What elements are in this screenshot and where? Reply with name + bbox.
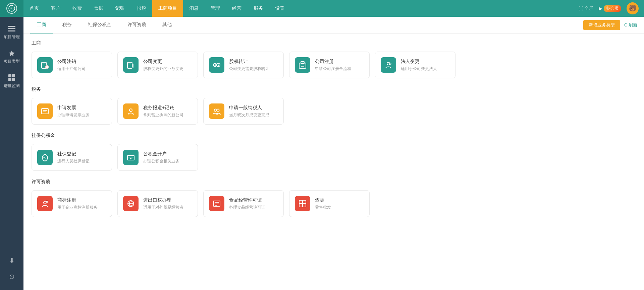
sidebar-download-btn[interactable]: ⬇ [0, 252, 23, 269]
card-desc-legal-change: 适用于公司变更法人 [401, 66, 437, 72]
card-liquor[interactable]: 酒类 零售批发 [289, 190, 370, 217]
fullscreen-btn[interactable]: ⛶ 全屏 [579, 5, 593, 11]
svg-rect-50 [299, 204, 303, 207]
card-import-export[interactable]: 进出口权办理 适用于对外贸易经营者 [117, 190, 198, 217]
nav-manage[interactable]: 管理 [205, 0, 226, 17]
card-invoice-apply[interactable]: 申请发票 办理申请发票业务 [32, 98, 112, 125]
tab-xuke[interactable]: 许可资质 [121, 17, 153, 33]
nav-settings[interactable]: 设置 [269, 0, 290, 17]
card-desc-liquor: 零售批发 [315, 205, 331, 210]
nav-bills[interactable]: 票据 [88, 0, 109, 17]
card-icon-tax-report [123, 103, 139, 119]
card-text-trademark: 商标注册 用于企业商标注册服务 [57, 197, 98, 210]
card-food-license[interactable]: 食品经营许可证 办理食品经营许可证 [203, 190, 284, 217]
card-text-food-license: 食品经营许可证 办理食品经营许可证 [229, 197, 265, 210]
card-desc-tax-report: 拿到营业执照的新公司 [143, 112, 183, 118]
card-icon-equity-transfer: ¥ ¥ [209, 57, 224, 73]
svg-rect-6 [8, 78, 11, 81]
card-text-legal-change: 法人变更 适用于公司变更法人 [401, 59, 437, 72]
svg-rect-7 [12, 78, 15, 81]
svg-text:¥: ¥ [214, 63, 216, 67]
scroll-content[interactable]: 工商 公司注销 [23, 33, 644, 290]
card-company-cancel[interactable]: 公司注销 适用于注销公司 [32, 52, 112, 78]
card-name-company-register: 公司注册 [315, 59, 351, 65]
card-text-company-cancel: 公司注销 适用于注销公司 [57, 59, 86, 72]
svg-point-32 [217, 109, 219, 112]
nav-accounting[interactable]: 记账 [109, 0, 131, 17]
card-equity-transfer[interactable]: ¥ ¥ 股权转让 公司变更需要股权转让 [203, 52, 284, 78]
vip-btn[interactable]: ▶ 畅会员 [599, 5, 621, 12]
card-name-general-taxpayer: 申请一般纳税人 [229, 105, 269, 111]
logo[interactable] [0, 0, 23, 17]
svg-rect-27 [42, 108, 48, 114]
nav-operation[interactable]: 经营 [226, 0, 248, 17]
card-text-invoice-apply: 申请发票 办理申请发票业务 [57, 105, 90, 118]
fullscreen-label: 全屏 [585, 5, 593, 11]
logo-icon [6, 3, 17, 14]
card-icon-liquor [295, 196, 310, 211]
card-company-register[interactable]: 公司注册 申请公司注册全流程 [289, 52, 370, 78]
sidebar-item-project-type[interactable]: 项目类型 [0, 45, 23, 69]
card-name-housing-fund: 公积金开户 [143, 151, 179, 157]
card-icon-legal-change [381, 57, 396, 73]
nav-business[interactable]: 工商项目 [152, 0, 183, 17]
svg-rect-1 [8, 28, 15, 29]
card-desc-food-license: 办理食品经营许可证 [229, 205, 265, 210]
card-name-company-cancel: 公司注销 [57, 59, 86, 65]
svg-rect-49 [303, 200, 306, 204]
svg-rect-48 [299, 200, 303, 204]
card-icon-invoice-apply [37, 103, 53, 119]
sidebar-label-project-type: 项目类型 [4, 59, 20, 64]
card-general-taxpayer[interactable]: 申请一般纳税人 当月或次月成变更完成 [203, 98, 284, 125]
card-housing-fund[interactable]: 公积金开户 办理公积金相关业务 [117, 144, 198, 171]
card-name-trademark: 商标注册 [57, 197, 98, 203]
tab-gongshang[interactable]: 工商 [30, 17, 53, 33]
card-icon-food-license [209, 196, 224, 211]
nav-tax[interactable]: 报税 [131, 0, 152, 17]
tabs-actions: 新增业务类型 C 刷新 [583, 20, 637, 30]
sidebar-item-project-mgmt[interactable]: 项目管理 [0, 20, 23, 45]
card-tax-report[interactable]: 税务报道+记账 拿到营业执照的新公司 [117, 98, 198, 125]
card-legal-change[interactable]: 法人变更 适用于公司变更法人 [375, 52, 455, 78]
sidebar-item-progress[interactable]: 进度监测 [0, 69, 23, 93]
card-icon-general-taxpayer [209, 103, 224, 119]
tab-shuiwu[interactable]: 税务 [56, 17, 78, 33]
tab-other[interactable]: 其他 [156, 17, 178, 33]
svg-text:R: R [46, 201, 48, 203]
card-icon-social-insurance [37, 150, 53, 165]
sidebar: 项目管理 项目类型 进度监测 ⬇ ⊙ [0, 17, 23, 290]
card-text-social-insurance: 社保登记 进行人员社保登记 [57, 151, 90, 164]
cards-grid-shebao: 社保登记 进行人员社保登记 公积金开户 办理公积金相关业务 [32, 144, 636, 171]
card-trademark[interactable]: R 商标注册 用于企业商标注册服务 [32, 190, 112, 217]
nav-fees[interactable]: 收费 [66, 0, 88, 17]
card-social-insurance[interactable]: 社保登记 进行人员社保登记 [32, 144, 112, 171]
card-desc-invoice-apply: 办理申请发票业务 [57, 112, 90, 118]
tab-shebao[interactable]: 社保公积金 [81, 17, 118, 33]
cards-grid-xuke: R 商标注册 用于企业商标注册服务 [32, 190, 636, 217]
svg-rect-4 [8, 74, 11, 77]
card-icon-company-register [295, 57, 310, 73]
sidebar-help-btn[interactable]: ⊙ [0, 269, 23, 285]
card-desc-company-change: 股权变更外的业务变更 [143, 66, 183, 72]
svg-point-35 [130, 158, 131, 159]
card-name-equity-transfer: 股权转让 [229, 59, 269, 65]
nav-home[interactable]: 首页 [23, 0, 45, 17]
nav-customer[interactable]: 客户 [45, 0, 66, 17]
user-avatar[interactable]: 🐻 [627, 2, 639, 14]
nav-service[interactable]: 服务 [248, 0, 269, 17]
svg-rect-15 [127, 62, 132, 68]
refresh-button[interactable]: C 刷新 [624, 22, 637, 28]
card-icon-import-export [123, 196, 139, 211]
card-name-social-insurance: 社保登记 [57, 151, 90, 157]
svg-point-30 [129, 109, 132, 112]
nav-message[interactable]: 消息 [183, 0, 205, 17]
svg-rect-0 [8, 26, 15, 27]
card-text-liquor: 酒类 零售批发 [315, 197, 331, 210]
card-company-change[interactable]: 公司变更 股权变更外的业务变更 [117, 52, 198, 78]
card-desc-equity-transfer: 公司变更需要股权转让 [229, 66, 269, 72]
vip-label: 畅会员 [604, 5, 621, 12]
card-text-company-register: 公司注册 申请公司注册全流程 [315, 59, 351, 72]
new-type-button[interactable]: 新增业务类型 [583, 20, 620, 30]
card-icon-company-cancel [37, 57, 53, 73]
card-desc-housing-fund: 办理公积金相关业务 [143, 158, 179, 164]
